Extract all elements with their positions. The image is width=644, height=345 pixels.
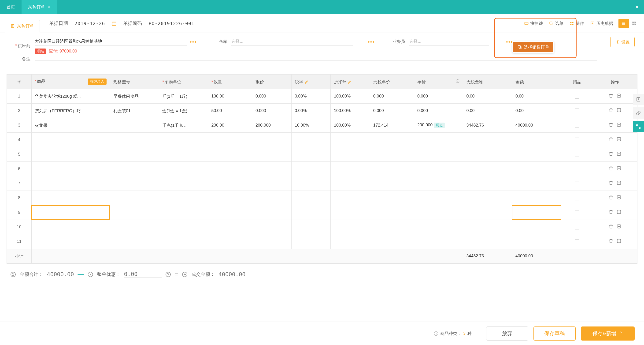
cell-spec[interactable]: [110, 191, 159, 205]
cell-ops[interactable]: [593, 147, 637, 162]
cell-gift[interactable]: [561, 104, 593, 118]
cell-ops[interactable]: [593, 162, 637, 176]
cell-unit[interactable]: 盒(1盒 = 1盒): [159, 104, 208, 118]
cell-discount[interactable]: [331, 191, 370, 205]
cell-price-notax[interactable]: [370, 133, 414, 147]
cell-amount-notax[interactable]: [463, 220, 512, 234]
row-index[interactable]: 8: [7, 191, 32, 205]
cell-amount[interactable]: 40000.00: [512, 118, 561, 133]
add-row-icon[interactable]: [616, 224, 622, 229]
cell-price[interactable]: [414, 147, 463, 162]
view-list-icon[interactable]: [618, 19, 629, 28]
row-index[interactable]: 9: [7, 205, 32, 220]
window-close-icon[interactable]: ×: [630, 0, 644, 14]
cell-gift[interactable]: [561, 176, 593, 191]
history-chip[interactable]: 历史: [434, 123, 445, 128]
cell-spec[interactable]: 礼盒装01-...: [110, 104, 159, 118]
cell-qty[interactable]: [208, 162, 252, 176]
cell-qty[interactable]: [208, 176, 252, 191]
cell-gift[interactable]: [561, 147, 593, 162]
cell-amount[interactable]: [512, 191, 561, 205]
cell-price-notax[interactable]: [370, 205, 414, 220]
cell-unit[interactable]: 千克(1千克 ...: [159, 118, 208, 133]
cell-amount[interactable]: [512, 162, 561, 176]
gift-checkbox[interactable]: [575, 225, 579, 229]
add-row-icon[interactable]: [616, 93, 622, 98]
cell-unit[interactable]: [159, 147, 208, 162]
supplier-value[interactable]: 大连花园口经济区景和水果种植基地: [35, 37, 187, 46]
col-qty[interactable]: *数量: [208, 75, 252, 89]
document-tab[interactable]: 采购订单: [5, 20, 40, 33]
delete-row-icon[interactable]: [608, 151, 614, 156]
cell-amount[interactable]: 0.00: [512, 89, 561, 104]
more-icon[interactable]: •••: [190, 39, 197, 45]
table-row[interactable]: 7: [7, 176, 637, 191]
table-row[interactable]: 10: [7, 220, 637, 234]
cell-qty[interactable]: [208, 133, 252, 147]
cell-price[interactable]: 0.000: [414, 89, 463, 104]
cell-price-notax[interactable]: 172.414: [370, 118, 414, 133]
gift-checkbox[interactable]: [575, 109, 579, 113]
cell-discount[interactable]: 100.00%: [331, 89, 370, 104]
cell-amount-notax[interactable]: 34482.76: [463, 118, 512, 133]
cell-amount-notax[interactable]: [463, 162, 512, 176]
cell-price[interactable]: [414, 176, 463, 191]
cell-price[interactable]: [414, 205, 463, 220]
row-index[interactable]: 5: [7, 147, 32, 162]
cell-gift[interactable]: [561, 89, 593, 104]
add-row-icon[interactable]: [616, 137, 622, 142]
cell-discount[interactable]: [331, 176, 370, 191]
abandon-button[interactable]: 放弃: [486, 326, 528, 340]
table-row[interactable]: 9: [7, 205, 637, 220]
gift-checkbox[interactable]: [575, 196, 579, 200]
remark-input[interactable]: [35, 58, 597, 61]
cell-ops[interactable]: [593, 89, 637, 104]
cell-qty[interactable]: [208, 147, 252, 162]
cell-ops[interactable]: [593, 176, 637, 191]
gift-checkbox[interactable]: [575, 239, 579, 244]
cell-ops[interactable]: [593, 234, 637, 249]
cell-amount[interactable]: [512, 220, 561, 234]
close-icon[interactable]: ×: [48, 5, 50, 9]
calendar-icon[interactable]: [112, 21, 116, 26]
col-amount[interactable]: 金额: [512, 75, 561, 89]
table-row[interactable]: 11: [7, 234, 637, 249]
cell-unit[interactable]: [159, 234, 208, 249]
cell-product[interactable]: [32, 191, 110, 205]
delete-row-icon[interactable]: [608, 180, 614, 185]
col-ops[interactable]: 操作: [593, 75, 637, 89]
cell-unit[interactable]: [159, 220, 208, 234]
cell-price[interactable]: [414, 220, 463, 234]
add-row-icon[interactable]: [616, 122, 622, 127]
cell-price-notax[interactable]: [370, 147, 414, 162]
cell-gift[interactable]: [561, 234, 593, 249]
cell-product[interactable]: 费列罗（FERRERO）巧...: [32, 104, 110, 118]
cell-price-notax[interactable]: [370, 191, 414, 205]
cell-quote[interactable]: [252, 191, 292, 205]
cell-price[interactable]: 200.000历史: [414, 118, 463, 133]
col-unit[interactable]: *采购单位: [159, 75, 208, 89]
cell-unit[interactable]: [159, 133, 208, 147]
col-tax[interactable]: 税率: [291, 75, 331, 89]
cell-ops[interactable]: [593, 104, 637, 118]
add-row-icon[interactable]: [616, 180, 622, 185]
gift-checkbox[interactable]: [575, 152, 579, 157]
col-discount[interactable]: 折扣%: [331, 75, 370, 89]
cell-amount[interactable]: [512, 133, 561, 147]
cell-product[interactable]: [32, 147, 110, 162]
cell-discount[interactable]: [331, 234, 370, 249]
cell-tax[interactable]: [291, 205, 331, 220]
cell-tax[interactable]: [291, 147, 331, 162]
cell-amount[interactable]: [512, 205, 561, 220]
cell-ops[interactable]: [593, 118, 637, 133]
cell-spec[interactable]: 早餐休闲食品: [110, 89, 159, 104]
cell-amount[interactable]: [512, 176, 561, 191]
cell-discount[interactable]: [331, 205, 370, 220]
cell-amount-notax[interactable]: [463, 133, 512, 147]
cell-discount[interactable]: [331, 162, 370, 176]
cell-discount[interactable]: 100.00%: [331, 104, 370, 118]
cell-tax[interactable]: [291, 162, 331, 176]
cell-product[interactable]: 火龙果: [32, 118, 110, 133]
date-value[interactable]: 2019-12-26: [74, 21, 105, 26]
cell-price-notax[interactable]: 0.000: [370, 89, 414, 104]
